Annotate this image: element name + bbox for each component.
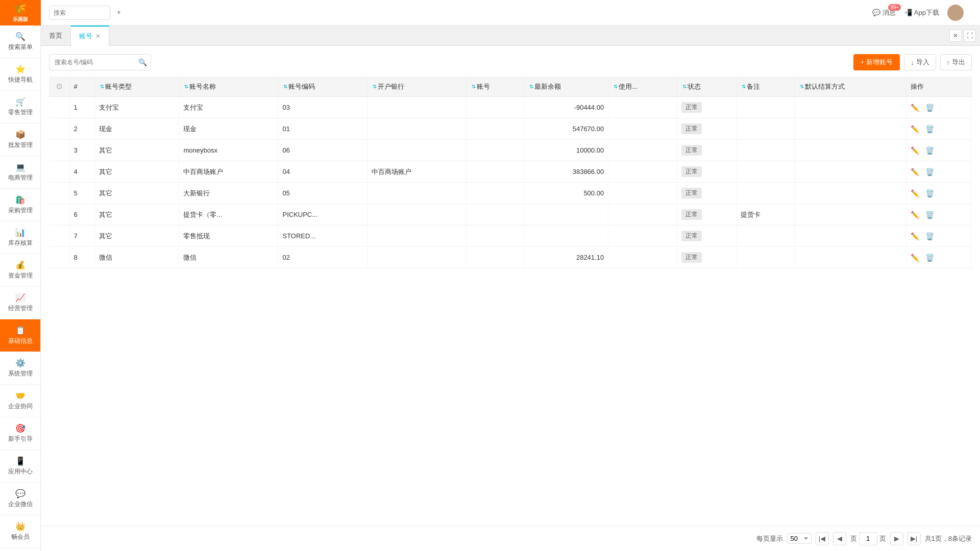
tab-home[interactable]: 首页 bbox=[41, 26, 71, 46]
sidebar-item-quick-nav[interactable]: ⭐ 快捷导航 bbox=[0, 58, 40, 91]
topbar-search-input[interactable] bbox=[49, 6, 110, 20]
cell-index: 2 bbox=[69, 118, 95, 140]
cell-status: 正常 bbox=[677, 183, 736, 204]
delete-button[interactable]: 🗑️ bbox=[925, 189, 934, 197]
sidebar-item-retail-mgmt[interactable]: 🛒 零售管理 bbox=[0, 91, 40, 123]
cell-account-no bbox=[467, 140, 524, 161]
sidebar-item-label: 企业微信 bbox=[3, 500, 38, 509]
tab-account-label: 账号 bbox=[79, 32, 92, 41]
col-account-name[interactable]: ⇅账号名称 bbox=[179, 77, 278, 97]
cell-status: 正常 bbox=[677, 97, 736, 118]
page-input[interactable] bbox=[859, 532, 877, 545]
cell-remark bbox=[737, 161, 795, 183]
logo-tagline: 乐惠版 bbox=[13, 16, 28, 23]
tab-close-all-button[interactable]: ✕ bbox=[949, 30, 962, 42]
status-badge: 正常 bbox=[681, 231, 702, 241]
cell-action: ✏️ 🗑️ bbox=[906, 97, 971, 118]
gear-icon[interactable]: ⚙ bbox=[56, 82, 63, 91]
tab-home-label: 首页 bbox=[49, 31, 62, 40]
cell-account-type: 其它 bbox=[95, 183, 179, 204]
col-account-code[interactable]: ⇅账号编码 bbox=[278, 77, 368, 97]
sidebar-item-basic-info[interactable]: 📋 基础信息 bbox=[0, 319, 40, 352]
delete-button[interactable]: 🗑️ bbox=[925, 254, 934, 262]
cell-default-settle bbox=[795, 247, 906, 268]
cell-account-code: 02 bbox=[278, 247, 368, 268]
cell-balance: 10000.00 bbox=[524, 140, 608, 161]
sidebar-item-finance-mgmt[interactable]: 💰 资金管理 bbox=[0, 254, 40, 287]
cell-account-name: 提货卡（零... bbox=[179, 204, 278, 226]
col-account-no[interactable]: ⇅账号 bbox=[467, 77, 524, 97]
sidebar-item-ops-mgmt[interactable]: 📈 经营管理 bbox=[0, 287, 40, 319]
sidebar-item-label: 电商管理 bbox=[3, 173, 38, 182]
wholesale-icon: 📦 bbox=[3, 130, 38, 139]
table-row: 3 其它 moneybosx 06 10000.00 正常 ✏️ 🗑️ bbox=[49, 140, 972, 161]
sidebar-item-app-center[interactable]: 📱 应用中心 bbox=[0, 450, 40, 483]
col-sort-icon: ⇅ bbox=[184, 84, 188, 89]
edit-button[interactable]: ✏️ bbox=[911, 146, 919, 155]
account-search-input[interactable] bbox=[49, 54, 151, 70]
col-bank[interactable]: ⇅开户银行 bbox=[368, 77, 467, 97]
message-button[interactable]: 💬 消息 99+ bbox=[872, 8, 896, 17]
status-badge: 正常 bbox=[681, 252, 702, 263]
delete-button[interactable]: 🗑️ bbox=[925, 232, 934, 240]
sidebar-item-vip-member[interactable]: 👑 畅会员 bbox=[0, 515, 40, 548]
purchase-icon: 🛍️ bbox=[3, 195, 38, 205]
app-download-icon: 📲 bbox=[904, 9, 912, 16]
col-account-type[interactable]: ⇅账号类型 bbox=[95, 77, 179, 97]
topbar-search-dropdown-icon[interactable]: ▼ bbox=[116, 10, 121, 15]
col-default-settle[interactable]: ⇅默认结算方式 bbox=[795, 77, 906, 97]
delete-button[interactable]: 🗑️ bbox=[925, 104, 934, 112]
delete-button[interactable]: 🗑️ bbox=[925, 211, 934, 219]
next-page-button[interactable]: ▶ bbox=[890, 532, 903, 545]
sidebar-item-new-guide[interactable]: 🎯 新手引导 bbox=[0, 417, 40, 450]
guide-icon: 🎯 bbox=[3, 423, 38, 433]
cell-balance: -90444.00 bbox=[524, 97, 608, 118]
sidebar-item-inventory[interactable]: 📊 库存核算 bbox=[0, 221, 40, 254]
delete-button[interactable]: 🗑️ bbox=[925, 125, 934, 133]
sidebar-item-purchase-mgmt[interactable]: 🛍️ 采购管理 bbox=[0, 189, 40, 221]
delete-button[interactable]: 🗑️ bbox=[925, 146, 934, 155]
col-balance-label: 最新余额 bbox=[534, 82, 561, 91]
tab-maximize-button[interactable]: ⛶ bbox=[964, 30, 976, 42]
user-avatar[interactable] bbox=[947, 5, 964, 21]
app-download-button[interactable]: 📲 App下载 bbox=[904, 8, 939, 17]
add-account-button[interactable]: + 新增账号 bbox=[853, 54, 900, 70]
col-remark[interactable]: ⇅备注 bbox=[737, 77, 795, 97]
edit-button[interactable]: ✏️ bbox=[911, 211, 919, 219]
sidebar-item-ecom-mgmt[interactable]: 💻 电商管理 bbox=[0, 156, 40, 189]
export-button[interactable]: ↑ 导出 bbox=[940, 54, 972, 70]
edit-button[interactable]: ✏️ bbox=[911, 232, 919, 240]
cell-default-settle bbox=[795, 97, 906, 118]
cell-default-settle bbox=[795, 140, 906, 161]
import-button[interactable]: ↓ 导入 bbox=[904, 54, 936, 70]
cell-account-code: 06 bbox=[278, 140, 368, 161]
col-sort-icon: ⇅ bbox=[472, 84, 476, 89]
edit-button[interactable]: ✏️ bbox=[911, 125, 919, 133]
edit-button[interactable]: ✏️ bbox=[911, 254, 919, 262]
edit-button[interactable]: ✏️ bbox=[911, 168, 919, 176]
search-icon[interactable]: 🔍 bbox=[138, 58, 147, 66]
cell-action: ✏️ 🗑️ bbox=[906, 161, 971, 183]
edit-button[interactable]: ✏️ bbox=[911, 104, 919, 112]
sidebar-item-wholesale-mgmt[interactable]: 📦 批发管理 bbox=[0, 123, 40, 156]
tab-account[interactable]: 账号 ✕ bbox=[71, 26, 109, 46]
first-page-button[interactable]: |◀ bbox=[816, 532, 829, 545]
col-status[interactable]: ⇅状态 bbox=[677, 77, 736, 97]
tab-account-close-icon[interactable]: ✕ bbox=[95, 33, 101, 40]
delete-button[interactable]: 🗑️ bbox=[925, 168, 934, 176]
sidebar-item-company-agreement[interactable]: 🤝 企业协同 bbox=[0, 385, 40, 417]
cell-action: ✏️ 🗑️ bbox=[906, 140, 971, 161]
sidebar-item-company-wechat[interactable]: 💬 企业微信 bbox=[0, 483, 40, 515]
edit-button[interactable]: ✏️ bbox=[911, 189, 919, 197]
col-account-no-label: 账号 bbox=[477, 82, 490, 91]
col-gear[interactable]: ⚙ bbox=[49, 77, 69, 97]
sidebar-item-search-menu[interactable]: 🔍 搜索菜单 bbox=[0, 26, 40, 58]
col-balance[interactable]: ⇅最新余额 bbox=[524, 77, 608, 97]
last-page-button[interactable]: ▶| bbox=[908, 532, 921, 545]
page-size-select[interactable]: 50 10 20 100 bbox=[787, 533, 812, 544]
prev-page-button[interactable]: ◀ bbox=[833, 532, 846, 545]
toolbar: 🔍 + 新增账号 ↓ 导入 ↑ 导出 bbox=[49, 54, 972, 70]
sidebar-item-sys-mgmt[interactable]: ⚙️ 系统管理 bbox=[0, 352, 40, 385]
sidebar-item-label: 应用中心 bbox=[3, 467, 38, 476]
col-usage[interactable]: ⇅使用... bbox=[608, 77, 677, 97]
